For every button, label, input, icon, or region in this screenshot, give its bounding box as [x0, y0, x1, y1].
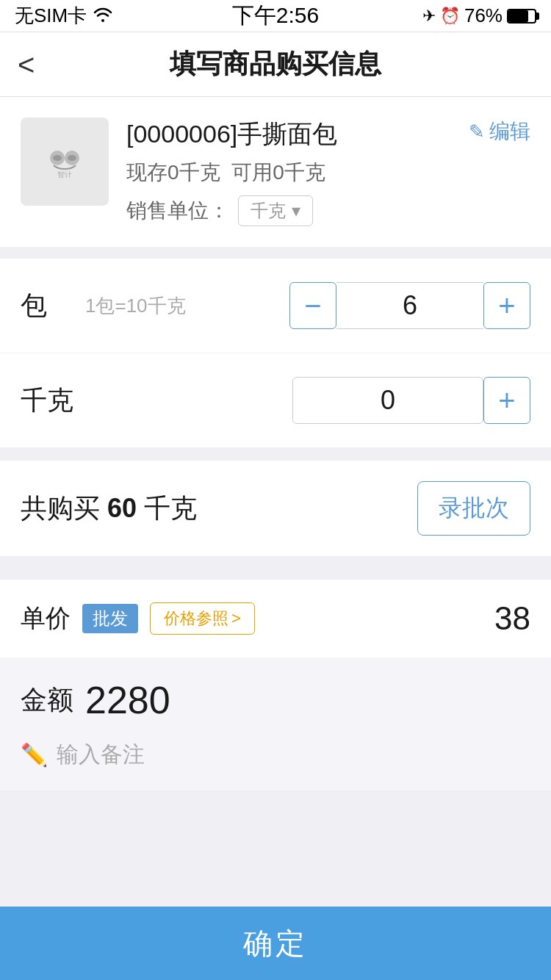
quantity-kg-row: 千克 +	[0, 353, 551, 447]
total-section: 共购买 60 千克 录批次	[0, 461, 551, 556]
quantity-pkg-section: 包 1包=10千克 − + 千克 +	[0, 259, 551, 447]
pkg-label: 包	[21, 288, 79, 324]
pkg-increase-button[interactable]: +	[483, 282, 530, 329]
price-type-badge: 批发	[82, 604, 138, 633]
battery-percent: 76%	[464, 4, 503, 27]
price-value: 38	[494, 600, 530, 637]
price-section: 单价 批发 价格参照 > 38	[0, 580, 551, 657]
divider-2	[0, 568, 551, 580]
pkg-input[interactable]	[336, 282, 483, 329]
confirm-button[interactable]: 确定	[0, 907, 551, 980]
amount-row: 金额 2280	[21, 678, 530, 740]
svg-point-2	[53, 155, 62, 161]
edit-button[interactable]: ✎ 编辑	[469, 118, 530, 145]
svg-text:智计: 智计	[57, 170, 72, 179]
total-text: 共购买 60 千克	[21, 491, 197, 527]
wifi-icon	[93, 4, 113, 27]
status-time: 下午2:56	[232, 1, 319, 31]
price-ref-button[interactable]: 价格参照 >	[150, 602, 255, 635]
product-unit-row: 销售单位： 千克 ▾	[126, 195, 530, 226]
dropdown-icon: ▾	[292, 201, 300, 221]
amount-label: 金额	[21, 682, 73, 718]
back-button[interactable]: <	[18, 50, 35, 79]
kg-input[interactable]	[292, 377, 483, 424]
pencil-icon: ✏️	[21, 742, 48, 768]
amount-section: 金额 2280 ✏️ 输入备注	[0, 657, 551, 790]
note-placeholder: 输入备注	[57, 740, 145, 770]
svg-point-3	[68, 155, 76, 161]
status-right: ✈ ⏰ 76%	[422, 4, 536, 27]
page-title: 填写商品购买信息	[170, 46, 381, 82]
location-icon: ✈	[422, 7, 436, 26]
kg-increase-button[interactable]: +	[483, 377, 530, 424]
unit-label: 销售单位：	[126, 197, 229, 225]
quantity-pkg-row: 包 1包=10千克 − +	[0, 259, 551, 353]
kg-label: 千克	[21, 383, 292, 419]
price-label: 单价	[21, 602, 71, 635]
status-left: 无SIM卡	[15, 3, 113, 29]
amount-value: 2280	[85, 678, 170, 722]
note-row[interactable]: ✏️ 输入备注	[21, 740, 530, 790]
nav-bar: < 填写商品购买信息	[0, 32, 551, 97]
kg-control: +	[292, 377, 530, 424]
unit-selector[interactable]: 千克 ▾	[238, 195, 313, 226]
product-stock: 现存0千克 可用0千克	[126, 159, 530, 187]
product-image: 智计	[21, 118, 109, 206]
battery-icon	[507, 9, 536, 24]
carrier-text: 无SIM卡	[15, 3, 87, 29]
chevron-right-icon: >	[231, 609, 241, 628]
pkg-hint: 1包=10千克	[85, 293, 289, 319]
batch-button[interactable]: 录批次	[417, 481, 530, 536]
product-card: 智计 [0000006]手撕面包 现存0千克 可用0千克 销售单位： 千克 ▾ …	[0, 97, 551, 247]
status-bar: 无SIM卡 下午2:56 ✈ ⏰ 76%	[0, 0, 551, 32]
pkg-control: − +	[289, 282, 530, 329]
edit-icon: ✎	[469, 120, 485, 143]
pkg-decrease-button[interactable]: −	[289, 282, 336, 329]
alarm-icon: ⏰	[440, 7, 460, 26]
divider-1	[0, 449, 551, 461]
